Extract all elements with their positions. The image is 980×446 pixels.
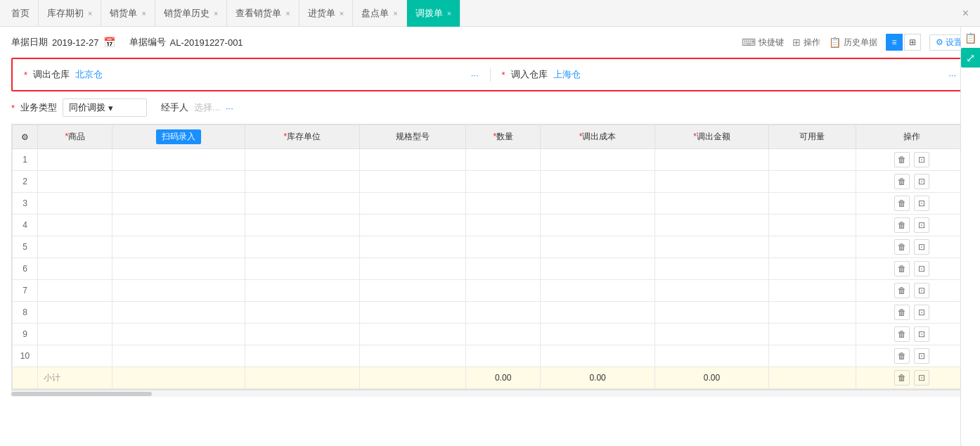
tab-inventory-init-close[interactable]: × — [88, 9, 92, 18]
spec-cell[interactable] — [245, 236, 359, 258]
unit-cell[interactable] — [112, 258, 245, 280]
copy-btn[interactable]: ⊡ — [914, 283, 929, 298]
window-close-btn[interactable]: × — [954, 7, 977, 20]
delete-btn[interactable]: 🗑 — [894, 217, 910, 233]
tab-homepage[interactable]: 首页 — [3, 0, 39, 27]
quantity-cell[interactable] — [359, 149, 465, 171]
delete-btn[interactable]: 🗑 — [894, 196, 910, 211]
amount-cell[interactable] — [541, 236, 655, 258]
amount-cell[interactable] — [541, 280, 655, 302]
date-value[interactable]: 2019-12-27 — [52, 37, 99, 48]
available-cell[interactable] — [655, 149, 768, 171]
copy-btn[interactable]: ⊡ — [914, 261, 929, 276]
shortcuts-btn[interactable]: ⌨ 快捷键 — [742, 37, 784, 49]
amount-cell[interactable] — [541, 171, 655, 193]
layout-list-btn[interactable]: ≡ — [886, 34, 903, 51]
amount-cell[interactable] — [541, 324, 655, 345]
unit-cell[interactable] — [112, 236, 245, 258]
delete-btn[interactable]: 🗑 — [894, 370, 910, 386]
tab-inventory-init[interactable]: 库存期初 × — [39, 0, 101, 27]
spec-cell[interactable] — [245, 280, 359, 302]
copy-btn[interactable]: ⊡ — [914, 196, 929, 211]
cost-cell[interactable] — [466, 280, 541, 302]
amount-cell[interactable] — [541, 302, 655, 324]
product-cell[interactable] — [38, 258, 112, 280]
spec-cell[interactable] — [245, 149, 359, 171]
delete-btn[interactable]: 🗑 — [894, 305, 910, 320]
available-cell[interactable] — [655, 258, 768, 280]
quantity-cell[interactable] — [359, 258, 465, 280]
copy-btn[interactable]: ⊡ — [914, 370, 929, 386]
unit-cell[interactable] — [112, 215, 245, 236]
tab-transfer[interactable]: 调拨单 × — [407, 0, 460, 27]
available-cell[interactable] — [655, 236, 768, 258]
quantity-cell[interactable] — [359, 215, 465, 236]
copy-btn[interactable]: ⊡ — [914, 305, 929, 320]
cost-cell[interactable] — [466, 171, 541, 193]
spec-cell[interactable] — [245, 171, 359, 193]
product-cell[interactable] — [38, 149, 112, 171]
cost-cell[interactable] — [466, 345, 541, 367]
copy-btn[interactable]: ⊡ — [914, 326, 929, 342]
spec-cell[interactable] — [245, 258, 359, 280]
amount-cell[interactable] — [541, 149, 655, 171]
available-cell[interactable] — [655, 324, 768, 345]
scroll-bar[interactable] — [11, 390, 969, 397]
tab-transfer-close[interactable]: × — [447, 9, 451, 18]
sidebar-expand-icon[interactable]: ⤢ — [961, 48, 981, 68]
scan-button[interactable]: 扫码录入 — [156, 129, 201, 144]
quantity-cell[interactable] — [359, 345, 465, 367]
quantity-cell[interactable] — [359, 280, 465, 302]
th-settings[interactable]: ⚙ — [13, 125, 38, 149]
amount-cell[interactable] — [541, 193, 655, 215]
available-cell[interactable] — [655, 345, 768, 367]
person-more[interactable]: ··· — [226, 103, 233, 113]
product-cell[interactable] — [38, 302, 112, 324]
tab-view-sales-close[interactable]: × — [285, 9, 290, 18]
available-cell[interactable] — [655, 302, 768, 324]
calendar-icon[interactable]: 📅 — [103, 37, 115, 48]
unit-cell[interactable] — [112, 171, 245, 193]
product-cell[interactable] — [38, 236, 112, 258]
spec-cell[interactable] — [245, 215, 359, 236]
quantity-cell[interactable] — [359, 171, 465, 193]
delete-btn[interactable]: 🗑 — [894, 261, 910, 276]
delete-btn[interactable]: 🗑 — [894, 239, 910, 255]
cost-cell[interactable] — [466, 302, 541, 324]
cost-cell[interactable] — [466, 324, 541, 345]
product-cell[interactable] — [38, 345, 112, 367]
product-cell[interactable] — [38, 215, 112, 236]
quantity-cell[interactable] — [359, 236, 465, 258]
delete-btn[interactable]: 🗑 — [894, 174, 910, 189]
amount-cell[interactable] — [541, 345, 655, 367]
spec-cell[interactable] — [245, 302, 359, 324]
amount-cell[interactable] — [541, 215, 655, 236]
tab-sales-order[interactable]: 销货单 × — [101, 0, 155, 27]
available-cell[interactable] — [655, 215, 768, 236]
product-cell[interactable] — [38, 171, 112, 193]
cost-cell[interactable] — [466, 149, 541, 171]
tab-inventory-check-close[interactable]: × — [393, 9, 397, 18]
unit-cell[interactable] — [112, 324, 245, 345]
tab-sales-history[interactable]: 销货单历史 × — [155, 0, 227, 27]
spec-cell[interactable] — [245, 193, 359, 215]
quantity-cell[interactable] — [359, 193, 465, 215]
copy-btn[interactable]: ⊡ — [914, 174, 929, 189]
warehouse-out-value[interactable]: 北京仓 — [75, 68, 103, 81]
product-cell[interactable] — [38, 324, 112, 345]
tab-purchase[interactable]: 进货单 × — [299, 0, 353, 27]
unit-cell[interactable] — [112, 345, 245, 367]
tab-sales-order-close[interactable]: × — [141, 9, 146, 18]
warehouse-in-value[interactable]: 上海仓 — [553, 68, 581, 81]
product-cell[interactable] — [38, 280, 112, 302]
unit-cell[interactable] — [112, 149, 245, 171]
cost-cell[interactable] — [466, 193, 541, 215]
tab-purchase-close[interactable]: × — [340, 9, 344, 18]
quantity-cell[interactable] — [359, 324, 465, 345]
delete-btn[interactable]: 🗑 — [894, 326, 910, 342]
tab-view-sales[interactable]: 查看销货单 × — [227, 0, 299, 27]
warehouse-in-more[interactable]: ··· — [948, 70, 956, 80]
cost-cell[interactable] — [466, 236, 541, 258]
tab-sales-history-close[interactable]: × — [214, 9, 218, 18]
tab-inventory-check[interactable]: 盘点单 × — [353, 0, 406, 27]
